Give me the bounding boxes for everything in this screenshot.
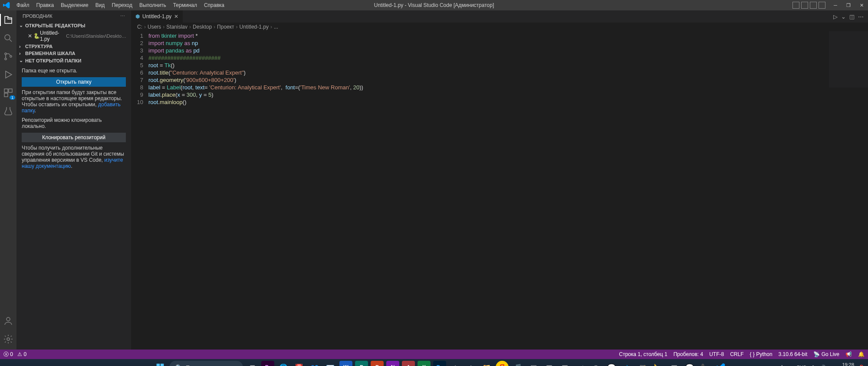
notifications-icon[interactable]: 🔔 [858,351,865,357]
photoshop-icon[interactable]: Ps [433,361,446,366]
breadcrumb-segment[interactable]: Desktop [193,24,212,30]
spotify-icon[interactable]: 🎵 [511,361,524,366]
word-icon[interactable]: W [339,361,352,366]
svg-rect-4 [4,89,8,92]
clock[interactable]: 19:28 04.10.2023 [830,362,854,366]
taskbar-search[interactable]: 🔍 Поиск [169,361,243,366]
timeline-header[interactable]: ›ВРЕМЕННАЯ ШКАЛА [16,50,131,57]
start-button[interactable] [154,361,167,366]
matlab-icon[interactable]: 📐 [652,361,665,366]
viber-icon[interactable]: 📞 [699,361,712,366]
close-button[interactable]: ✕ [855,0,868,10]
activity-bar: 1 [0,10,16,350]
breadcrumb-segment[interactable]: Проект [217,24,234,30]
open-editors-header[interactable]: ⌄ОТКРЫТЫЕ РЕДАКТОРЫ [16,22,131,29]
vscode-taskbar-icon[interactable] [714,361,727,366]
search-icon[interactable] [2,32,14,44]
errors-indicator[interactable]: ⓧ 0 [3,351,13,358]
explorer-sidebar: ПРОВОДНИК ⋯ ⌄ОТКРЫТЫЕ РЕДАКТОРЫ ✕ 🐍 Unti… [16,10,131,350]
open-editor-item[interactable]: ✕ 🐍 Untitled-1.py C:\Users\Stanislav\Des… [16,29,131,43]
menu-Переход[interactable]: Переход [108,2,136,8]
encoding[interactable]: UTF-8 [709,351,724,357]
terminal-icon[interactable]: ▣ [527,361,540,366]
settings-gear-icon[interactable] [2,333,14,345]
layout-controls[interactable] [792,2,825,9]
messenger-icon[interactable]: 💬 [683,361,696,366]
warnings-indicator[interactable]: ⚠ 0 [17,351,26,357]
explorer-icon[interactable]: 📁 [480,361,493,366]
edge-icon[interactable]: 🌐 [277,361,290,366]
explorer-more-icon[interactable]: ⋯ [120,13,125,19]
nofolder-header[interactable]: ⌄НЕТ ОТКРЫТОЙ ПАПКИ [16,57,131,64]
discord-icon[interactable]: 🎮 [636,361,649,366]
explorer-icon[interactable] [2,14,14,26]
publisher-icon[interactable]: P [355,361,368,366]
run-dropdown-icon[interactable]: ⌄ [841,13,846,20]
menu-Файл[interactable]: Файл [13,2,33,8]
breadcrumb-segment[interactable]: ... [274,24,278,30]
maximize-button[interactable]: ❐ [842,0,855,10]
testing-icon[interactable] [2,105,14,117]
app-icon[interactable]: ▦ [542,361,556,366]
menu-Терминал[interactable]: Терминал [170,2,201,8]
outlook-icon[interactable]: 📧 [324,361,337,366]
menu-Правка[interactable]: Правка [33,2,58,8]
close-editor-icon[interactable]: ✕ [28,33,33,39]
steam-icon[interactable]: ◉ [589,361,602,366]
whatsapp-icon[interactable]: 💬 [605,361,618,366]
menu-Справка[interactable]: Справка [201,2,228,8]
close-tab-icon[interactable]: ✕ [174,13,178,20]
breadcrumbs[interactable]: C: › Users › Stanislav › Desktop › Проек… [131,23,868,31]
breadcrumb-segment[interactable]: Untitled-1.py [240,24,269,30]
system-tray[interactable]: ˄ ☁ РУС 🖧 🔊 19:28 04.10.2023 ❓ [781,362,865,366]
vs-icon[interactable]: ◈ [449,361,462,366]
breadcrumb-segment[interactable]: Users [148,24,161,30]
run-icon[interactable]: ▷ [833,13,838,20]
telegram-icon[interactable]: ✈ [621,361,634,366]
minimize-button[interactable]: ─ [829,0,842,10]
calendar-icon[interactable]: 📅 [293,361,306,366]
eol[interactable]: CRLF [730,351,743,357]
app4-icon[interactable]: ▦ [667,361,681,366]
menu-Выделение[interactable]: Выделение [57,2,92,8]
minimap[interactable] [829,31,868,88]
vs2-icon[interactable]: ◈ [464,361,477,366]
access-icon[interactable]: A [402,361,415,366]
cursor-position[interactable]: Строка 1, столбец 1 [619,351,667,357]
outline-header[interactable]: ›СТРУКТУРА [16,43,131,50]
breadcrumb-segment[interactable]: Stanislav [166,24,187,30]
editor-tab[interactable]: ⬢ Untitled-1.py ✕ [131,10,183,23]
teams-icon[interactable]: 👥 [308,361,321,366]
clone-repo-button[interactable]: Клонировать репозиторий [22,133,126,142]
editor-body[interactable]: 12345678910 from tkinter import *import … [131,31,868,350]
go-live[interactable]: 📡 Go Live [813,351,839,357]
split-editor-icon[interactable]: ◫ [849,13,855,20]
onenote-icon[interactable]: N [386,361,399,366]
run-debug-icon[interactable] [2,69,14,81]
excel-icon[interactable]: X [418,361,431,366]
app2-icon[interactable]: ▦ [558,361,571,366]
code-content[interactable]: from tkinter import *import numpy as npi… [148,31,363,350]
status-bar: ⓧ 0 ⚠ 0 Строка 1, столбец 1 Пробелов: 4 … [0,350,868,359]
powerpoint-icon[interactable]: P [371,361,384,366]
yandex-icon[interactable]: Я [496,361,509,366]
menu-Вид[interactable]: Вид [92,2,108,8]
copilot-icon[interactable]: ❓ [858,365,865,366]
accounts-icon[interactable] [2,315,14,327]
breadcrumb-segment[interactable]: C: [137,24,142,30]
app3-icon[interactable]: ◢ [574,361,587,366]
premiere-icon[interactable]: Pr [261,361,274,366]
tab-more-icon[interactable]: ⋯ [858,13,864,20]
language-mode[interactable]: { } Python [750,351,773,357]
interpreter[interactable]: 3.10.6 64-bit [779,351,808,357]
source-control-icon[interactable] [2,50,14,62]
menu-Выполнить[interactable]: Выполнить [136,2,170,8]
onedrive-icon[interactable]: ☁ [788,365,792,366]
extensions-icon[interactable]: 1 [2,87,14,99]
open-folder-button[interactable]: Открыть папку [22,77,126,87]
tray-chevron-icon[interactable]: ˄ [781,365,783,366]
task-view-icon[interactable]: ⊞ [246,361,259,366]
indentation[interactable]: Пробелов: 4 [674,351,704,357]
feedback-icon[interactable]: 📢 [845,351,852,357]
volume-icon[interactable]: 🔊 [820,365,826,366]
